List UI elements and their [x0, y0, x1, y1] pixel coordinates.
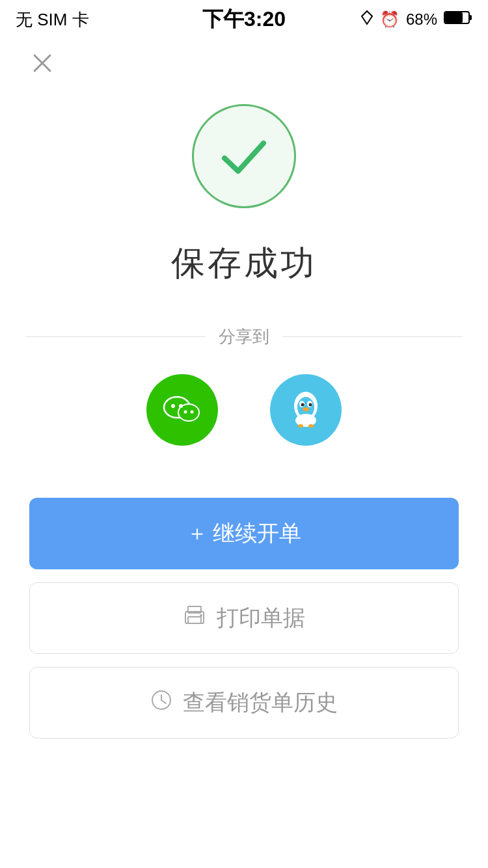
battery-percent: 68% [406, 10, 437, 29]
svg-rect-24 [188, 617, 201, 623]
status-time: 下午3:20 [202, 5, 286, 34]
qq-share-button[interactable] [270, 374, 342, 446]
continue-icon: ＋ [187, 519, 208, 548]
main-content: 保存成功 分享到 [0, 39, 488, 739]
action-buttons: ＋ 继续开单 打印单据 [29, 498, 459, 739]
share-icons [146, 374, 342, 446]
svg-rect-20 [298, 424, 303, 427]
history-icon [150, 689, 172, 716]
share-divider: 分享到 [0, 325, 488, 348]
print-button[interactable]: 打印单据 [29, 582, 459, 654]
svg-line-28 [161, 700, 166, 703]
history-button[interactable]: 查看销货单历史 [29, 667, 459, 739]
svg-point-9 [179, 404, 183, 408]
success-icon-circle [192, 104, 296, 208]
svg-point-11 [191, 411, 194, 414]
status-right: ⏰ 68% [360, 10, 472, 29]
share-label: 分享到 [206, 325, 282, 348]
share-section: 分享到 [0, 325, 488, 446]
location-icon [360, 10, 373, 29]
svg-rect-2 [469, 15, 472, 20]
success-title: 保存成功 [171, 241, 317, 286]
svg-point-17 [309, 403, 312, 407]
history-label: 查看销货单历史 [183, 688, 338, 718]
continue-label: 继续开单 [213, 519, 301, 549]
battery-icon [444, 10, 472, 29]
svg-rect-3 [445, 12, 463, 23]
wechat-share-button[interactable] [146, 374, 218, 446]
print-icon [183, 605, 206, 631]
status-left: 无 SIM 卡 [16, 8, 96, 31]
alarm-icon: ⏰ [380, 10, 400, 29]
svg-rect-21 [308, 424, 314, 427]
close-button[interactable] [26, 47, 59, 79]
continue-button[interactable]: ＋ 继续开单 [29, 498, 459, 569]
print-label: 打印单据 [217, 603, 305, 633]
svg-point-8 [171, 404, 175, 408]
svg-point-10 [184, 411, 187, 414]
svg-point-25 [200, 614, 202, 617]
svg-point-18 [303, 407, 309, 411]
svg-point-16 [301, 403, 305, 407]
status-bar: 无 SIM 卡 下午3:20 ⏰ 68% [0, 0, 488, 39]
sim-text: 无 SIM 卡 [16, 8, 89, 31]
